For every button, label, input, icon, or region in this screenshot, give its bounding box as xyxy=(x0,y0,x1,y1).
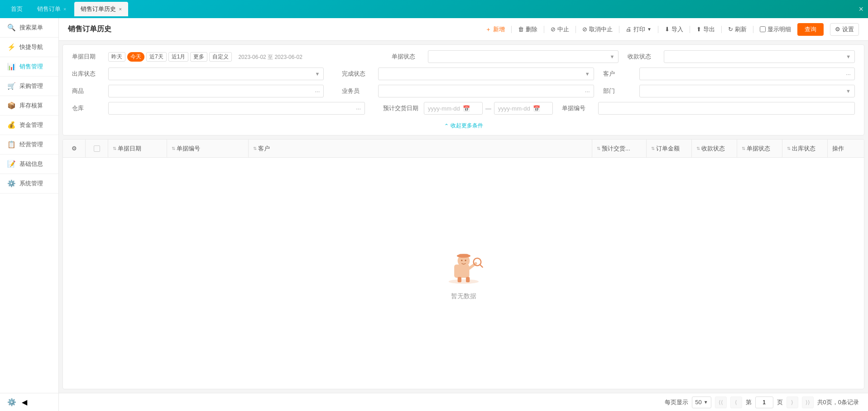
expected-date-from[interactable]: yyyy-mm-dd 📅 xyxy=(424,102,483,115)
sidebar-item-sys-mgmt[interactable]: ⚙️ 系统管理 xyxy=(0,174,58,193)
print-chevron-icon: ▼ xyxy=(647,27,652,32)
expected-date-to[interactable]: yyyy-mm-dd 📅 xyxy=(494,102,553,115)
next-page-button[interactable]: ⟩ xyxy=(786,396,798,408)
svg-rect-11 xyxy=(466,277,470,282)
print-button[interactable]: 🖨 打印 ▼ xyxy=(626,25,652,34)
per-page-chevron-icon: ▼ xyxy=(704,400,708,405)
show-detail-toggle[interactable]: 显示明细 xyxy=(760,25,791,34)
sidebar-collapse-icon[interactable]: ◀ xyxy=(22,398,27,406)
sidebar-settings-icon[interactable]: ⚙️ xyxy=(7,398,16,406)
sidebar-item-purchase-mgmt[interactable]: 🛒 采购管理 xyxy=(0,77,58,96)
th-pay-status[interactable]: ⇅ 收款状态 xyxy=(692,140,737,157)
sidebar-item-operation[interactable]: 📋 经营管理 xyxy=(0,135,58,155)
show-detail-checkbox[interactable] xyxy=(760,26,766,32)
out-status-label: 出库状态 xyxy=(72,70,108,78)
th-delivery[interactable]: ⇅ 预计交货... xyxy=(592,140,647,157)
svg-point-8 xyxy=(461,260,462,261)
divider5 xyxy=(658,26,658,33)
date-btn-today[interactable]: 今天 xyxy=(127,52,144,62)
sidebar-item-finance[interactable]: 💰 资金管理 xyxy=(0,116,58,135)
date-btn-yesterday[interactable]: 昨天 xyxy=(108,52,125,62)
svg-point-9 xyxy=(465,260,466,261)
date-btn-7days[interactable]: 近7天 xyxy=(146,52,167,62)
table-area: ⚙ ⇅ 单据日期 ⇅ 单据编号 ⇅ 客户 ⇅ xyxy=(62,139,864,389)
import-button[interactable]: ⬇ 导入 xyxy=(665,25,683,34)
import-label: 导入 xyxy=(671,25,683,34)
sidebar-item-search-menu[interactable]: 🔍 搜索菜单 xyxy=(0,18,58,38)
sidebar-item-inventory[interactable]: 📦 库存核算 xyxy=(0,96,58,116)
sidebar-item-basic-info[interactable]: 📝 基础信息 xyxy=(0,155,58,174)
th-bill-date[interactable]: ⇅ 单据日期 xyxy=(108,140,167,157)
divider2 xyxy=(544,26,544,33)
th-bill-number[interactable]: ⇅ 单据编号 xyxy=(167,140,249,157)
new-button[interactable]: ＋ 新增 xyxy=(485,25,505,34)
bill-number-input[interactable] xyxy=(598,102,855,115)
th-bill-status-label: 单据状态 xyxy=(747,145,770,153)
th-pay-status-label: 收款状态 xyxy=(701,145,725,153)
collapse-bar[interactable]: ⌃ 收起更多条件 xyxy=(72,119,855,130)
date-range-text: 2023-06-02 至 2023-06-02 xyxy=(238,53,302,61)
th-out-status[interactable]: ⇅ 出库状态 xyxy=(782,140,828,157)
date-btn-custom[interactable]: 自定义 xyxy=(209,52,232,62)
date-btn-1month[interactable]: 近1月 xyxy=(168,52,189,62)
refresh-button[interactable]: ↻ 刷新 xyxy=(728,25,747,34)
th-checkbox[interactable] xyxy=(86,140,108,157)
settings-button[interactable]: ⚙ 设置 xyxy=(830,23,859,36)
date-btn-more[interactable]: 更多 xyxy=(190,52,207,62)
warehouse-input[interactable]: ··· xyxy=(108,102,365,115)
bill-status-select[interactable]: ▼ xyxy=(428,50,619,63)
out-status-select[interactable]: ▼ xyxy=(108,68,324,80)
sidebar-item-inventory-label: 库存核算 xyxy=(19,102,43,110)
settings-gear-icon[interactable]: ⚙ xyxy=(72,145,77,152)
product-input[interactable]: ··· xyxy=(108,85,324,97)
tab-sales-order-history-close[interactable]: × xyxy=(119,6,121,12)
divider7 xyxy=(721,26,722,33)
dept-select[interactable]: ▼ xyxy=(639,85,855,97)
customer-dots: ··· xyxy=(846,71,851,77)
tab-sales-order[interactable]: 销售订单 × xyxy=(31,2,72,16)
warehouse-label: 仓库 xyxy=(72,104,108,112)
query-button[interactable]: 查询 xyxy=(797,23,824,36)
customer-input[interactable]: ··· xyxy=(639,68,855,80)
sidebar-item-operation-label: 经营管理 xyxy=(19,140,43,149)
window-close-icon[interactable]: × xyxy=(858,5,863,14)
delete-button[interactable]: 🗑 删除 xyxy=(518,25,537,34)
last-page-button[interactable]: ⟩⟩ xyxy=(802,396,814,408)
tab-home[interactable]: 首页 xyxy=(5,2,29,16)
bill-date-label: 单据日期 xyxy=(72,53,108,61)
salesperson-input[interactable]: ··· xyxy=(378,85,594,97)
pagination: 每页显示 50 ▼ ⟨⟨ ⟨ 第 页 ⟩ ⟩⟩ 共0页，0条记录 xyxy=(59,393,868,411)
th-bill-status[interactable]: ⇅ 单据状态 xyxy=(737,140,782,157)
tab-sales-order-history[interactable]: 销售订单历史 × xyxy=(74,2,128,16)
toolbar: ＋ 新增 🗑 删除 ⊘ 中止 ⊘ 取消中止 xyxy=(485,23,859,36)
page-number-input[interactable] xyxy=(755,396,773,408)
complete-status-select[interactable]: ▼ xyxy=(378,68,594,80)
payment-status-chevron-icon: ▼ xyxy=(846,54,851,59)
stop-button[interactable]: ⊘ 中止 xyxy=(551,25,569,34)
salesperson-dots: ··· xyxy=(585,88,590,95)
page-label: 页 xyxy=(777,398,783,406)
divider4 xyxy=(619,26,619,33)
delete-label: 删除 xyxy=(526,25,537,34)
sort-icon-delivery: ⇅ xyxy=(597,146,600,151)
payment-status-select[interactable]: ▼ xyxy=(664,50,855,63)
new-label: 新增 xyxy=(493,25,505,34)
th-settings[interactable]: ⚙ xyxy=(63,140,86,157)
cancel-stop-button[interactable]: ⊘ 取消中止 xyxy=(582,25,613,34)
refresh-label: 刷新 xyxy=(735,25,747,34)
prev-page-button[interactable]: ⟨ xyxy=(730,396,742,408)
collapse-label: 收起更多条件 xyxy=(451,122,483,130)
th-customer[interactable]: ⇅ 客户 xyxy=(249,140,592,157)
select-all-checkbox[interactable] xyxy=(94,145,100,152)
first-page-button[interactable]: ⟨⟨ xyxy=(715,396,727,408)
sidebar-item-quick-nav-label: 快捷导航 xyxy=(19,43,43,51)
tab-sales-order-close[interactable]: × xyxy=(63,6,66,12)
sidebar-item-quick-nav[interactable]: ⚡ 快捷导航 xyxy=(0,38,58,57)
export-button[interactable]: ⬆ 导出 xyxy=(696,25,715,34)
per-page-select[interactable]: 50 ▼ xyxy=(692,396,711,408)
collapse-icon: ⌃ xyxy=(444,123,449,129)
sidebar-item-sales-mgmt[interactable]: 📊 销售管理 xyxy=(0,57,58,77)
th-customer-label: 客户 xyxy=(258,145,270,153)
calendar-from-icon: 📅 xyxy=(463,105,470,112)
th-amount[interactable]: ⇅ 订单金额 xyxy=(647,140,692,157)
